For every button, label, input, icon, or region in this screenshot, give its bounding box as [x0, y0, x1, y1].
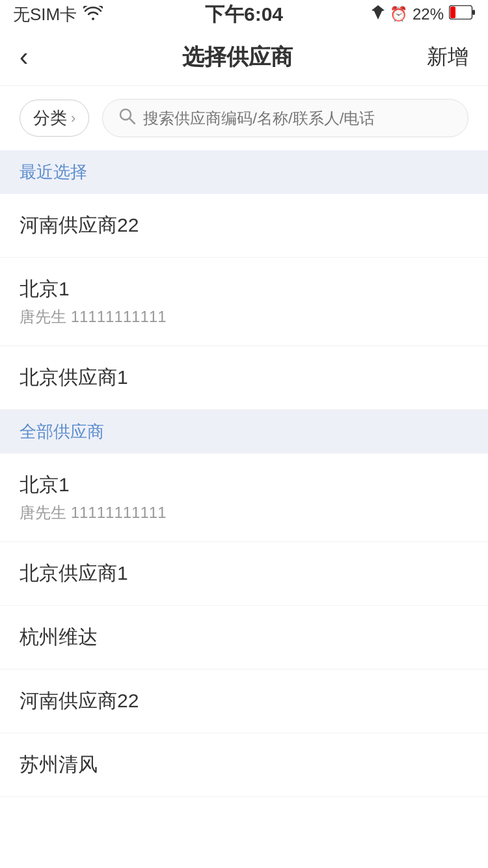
- item-name: 北京1: [20, 276, 468, 303]
- wifi-icon: [83, 5, 103, 25]
- list-item[interactable]: 杭州维达: [0, 606, 488, 670]
- list-item[interactable]: 北京1唐先生 11111111111: [0, 454, 488, 542]
- item-name: 北京供应商1: [20, 560, 468, 587]
- search-icon: [118, 107, 135, 129]
- nav-bar: ‹ 选择供应商 新增: [0, 29, 488, 86]
- alarm-icon: ⏰: [390, 6, 407, 23]
- battery-text: 22%: [413, 5, 444, 23]
- list-item[interactable]: 北京供应商1: [0, 346, 488, 410]
- item-contact: 唐先生 11111111111: [20, 502, 468, 523]
- location-icon: [372, 5, 385, 23]
- status-time: 下午6:04: [205, 1, 283, 28]
- back-button[interactable]: ‹: [20, 42, 59, 72]
- battery-icon: [449, 5, 475, 23]
- svg-rect-2: [450, 7, 455, 18]
- recent-section-header: 最近选择: [0, 150, 488, 194]
- item-name: 河南供应商22: [20, 212, 468, 239]
- all-items-list: 北京1唐先生 11111111111北京供应商1杭州维达河南供应商22苏州清风: [0, 454, 488, 797]
- svg-rect-1: [472, 10, 475, 15]
- list-item[interactable]: 北京1唐先生 11111111111: [0, 258, 488, 346]
- category-filter-button[interactable]: 分类 ›: [20, 100, 89, 137]
- carrier-text: 无SIM卡: [13, 3, 77, 26]
- status-left: 无SIM卡: [13, 3, 103, 26]
- filter-bar: 分类 ›: [0, 86, 488, 150]
- list-item[interactable]: 河南供应商22: [0, 670, 488, 733]
- item-contact: 唐先生 11111111111: [20, 306, 468, 327]
- recent-items-list: 河南供应商22北京1唐先生 11111111111北京供应商1: [0, 194, 488, 410]
- item-name: 北京供应商1: [20, 364, 468, 391]
- list-item[interactable]: 河南供应商22: [0, 194, 488, 258]
- item-name: 北京1: [20, 472, 468, 498]
- status-right: ⏰ 22%: [372, 5, 475, 23]
- list-item[interactable]: 北京供应商1: [0, 542, 488, 606]
- add-button[interactable]: 新增: [416, 43, 468, 72]
- svg-line-4: [129, 118, 135, 124]
- search-input[interactable]: [143, 109, 452, 128]
- item-name: 杭州维达: [20, 624, 468, 651]
- all-section-header: 全部供应商: [0, 410, 488, 454]
- category-label: 分类: [33, 107, 67, 129]
- item-name: 河南供应商22: [20, 688, 468, 714]
- search-box: [102, 99, 468, 137]
- chevron-right-icon: ›: [71, 110, 75, 127]
- page-title: 选择供应商: [182, 42, 293, 72]
- status-bar: 无SIM卡 下午6:04 ⏰ 22%: [0, 0, 488, 29]
- item-name: 苏州清风: [20, 752, 468, 778]
- list-item[interactable]: 苏州清风: [0, 733, 488, 797]
